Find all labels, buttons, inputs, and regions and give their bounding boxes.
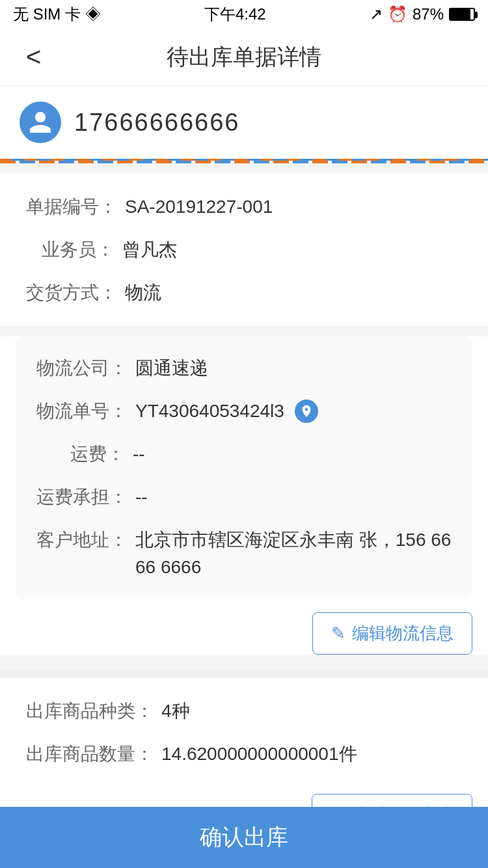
nav-bar: < 待出库单据详情 <box>0 29 488 86</box>
goods-types-label: 出库商品种类： <box>26 698 161 725</box>
status-left: 无 SIM 卡 ◈ <box>13 4 101 25</box>
address-value: 北京市市辖区海淀区永丰南 张，156 6666 6666 <box>135 526 452 581</box>
back-button[interactable]: < <box>20 36 47 78</box>
address-row: 客户地址： 北京市市辖区海淀区永丰南 张，156 6666 6666 <box>36 526 452 581</box>
page-title: 待出库单据详情 <box>167 42 321 72</box>
status-time: 下午4:42 <box>204 4 266 25</box>
user-icon <box>27 109 53 135</box>
tracking-number-value: YT43064053424l3 <box>135 398 452 425</box>
salesman-value: 曾凡杰 <box>122 236 462 264</box>
tracking-number-label: 物流单号： <box>36 398 135 425</box>
sim-status: 无 SIM 卡 ◈ <box>13 4 101 25</box>
dashed-divider <box>0 161 488 163</box>
battery-icon <box>449 8 475 21</box>
shipping-bearer-label: 运费承担： <box>36 483 135 511</box>
doc-number-row: 单据编号： SA-20191227-001 <box>26 193 462 221</box>
delivery-method-row: 交货方式： 物流 <box>26 279 462 306</box>
battery-level: 87% <box>413 5 444 23</box>
goods-types-row: 出库商品种类： 4种 <box>26 698 462 725</box>
separator <box>0 670 488 678</box>
goods-quantity-row: 出库商品数量： 14.620000000000001件 <box>26 740 462 768</box>
address-label: 客户地址： <box>36 526 135 554</box>
logistics-company-row: 物流公司： 圆通速递 <box>36 355 452 382</box>
shipping-fee-value: -- <box>133 441 452 468</box>
logistics-card: 物流公司： 圆通速递 物流单号： YT43064053424l3 运费： -- … <box>16 336 472 599</box>
delivery-method-label: 交货方式： <box>26 279 125 306</box>
doc-number-value: SA-20191227-001 <box>125 193 462 221</box>
doc-number-label: 单据编号： <box>26 193 125 221</box>
edit-logistics-button[interactable]: ✎ 编辑物流信息 <box>312 612 472 655</box>
location-icon[interactable] <box>295 400 318 423</box>
shipping-bearer-value: -- <box>135 483 452 511</box>
pin-icon <box>299 404 314 418</box>
goods-quantity-label: 出库商品数量： <box>26 740 161 768</box>
location-status-icon: ↗ <box>370 5 383 23</box>
edit-icon: ✎ <box>331 623 346 644</box>
goods-types-value: 4种 <box>161 698 462 725</box>
alarm-icon: ⏰ <box>388 5 407 23</box>
confirm-btn-container: 确认出库 <box>0 807 488 868</box>
shipping-bearer-row: 运费承担： -- <box>36 483 452 511</box>
goods-section: 出库商品种类： 4种 出库商品数量： 14.620000000000001件 <box>0 678 488 787</box>
edit-logistics-btn-container: ✎ 编辑物流信息 <box>16 612 472 655</box>
goods-quantity-value: 14.620000000000001件 <box>161 740 462 768</box>
salesman-label: 业务员： <box>26 236 122 264</box>
status-right: ↗ ⏰ 87% <box>370 5 475 23</box>
shipping-fee-row: 运费： -- <box>36 441 452 468</box>
shipping-fee-label: 运费： <box>36 441 133 468</box>
logistics-company-value: 圆通速递 <box>135 355 452 382</box>
confirm-button[interactable]: 确认出库 <box>0 822 488 852</box>
logistics-company-label: 物流公司： <box>36 355 135 382</box>
salesman-row: 业务员： 曾凡杰 <box>26 236 462 264</box>
status-bar: 无 SIM 卡 ◈ 下午4:42 ↗ ⏰ 87% <box>0 0 488 29</box>
delivery-method-value: 物流 <box>125 279 462 306</box>
tracking-number-row: 物流单号： YT43064053424l3 <box>36 398 452 425</box>
customer-phone: 17666666666 <box>74 109 239 137</box>
logistics-section: 物流公司： 圆通速递 物流单号： YT43064053424l3 运费： -- … <box>0 336 488 655</box>
document-info-section: 单据编号： SA-20191227-001 业务员： 曾凡杰 交货方式： 物流 <box>0 174 488 326</box>
customer-header: 17666666666 <box>0 86 488 161</box>
avatar-icon <box>20 102 61 143</box>
